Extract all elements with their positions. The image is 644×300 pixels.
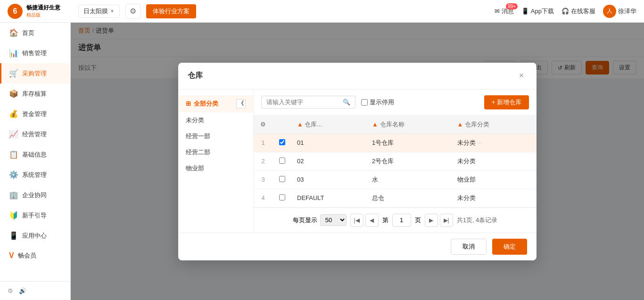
table-row[interactable]: 2 02 2号仓库 未分类 — [254, 152, 537, 170]
show-disabled-checkbox[interactable] — [361, 99, 368, 106]
warehouse-table: ⚙ ▲ 仓库... ▲ — [254, 116, 537, 208]
sidebar-item-sales[interactable]: 📊 销售管理 — [0, 43, 70, 63]
row-code: 02 — [291, 152, 366, 170]
col-name: ▲ 仓库名称 — [366, 116, 451, 134]
settings-bottom-icon[interactable]: ⚙ — [8, 287, 13, 294]
modal-close-button[interactable]: × — [516, 70, 527, 82]
store-selector[interactable]: 日太阳膜 ▼ — [78, 5, 120, 18]
cancel-button[interactable]: 取消 — [451, 239, 487, 255]
row-checkbox-cell[interactable] — [272, 133, 291, 152]
chevron-down-icon: ▼ — [110, 8, 115, 14]
col-gear: ⚙ — [254, 116, 272, 134]
row-checkbox-cell[interactable] — [272, 152, 291, 170]
header: 6 畅捷通好生意 精品版 日太阳膜 ▼ ⚙ 体验行业方案 ✉ 消息 99+ 📱 … — [0, 0, 644, 23]
sort-icon-name: ▲ — [372, 121, 378, 128]
sidebar-item-finance[interactable]: 💰 资金管理 — [0, 104, 70, 124]
sidebar-item-label: 资金管理 — [22, 110, 47, 118]
trial-button[interactable]: 体验行业方案 — [146, 4, 196, 18]
app-icon: 📱 — [521, 8, 529, 15]
online-service-button[interactable]: 🎧 在线客服 — [561, 7, 595, 16]
speaker-icon[interactable]: 🔊 — [19, 287, 26, 294]
sidebar-item-guide[interactable]: 🔰 新手引导 — [0, 205, 70, 225]
col-code: ▲ 仓库... — [291, 116, 366, 134]
row-code: 03 — [291, 170, 366, 189]
sort-icon: ▲ — [297, 121, 303, 128]
avatar: 人 — [603, 5, 616, 18]
user-profile-button[interactable]: 人 徐泽华 — [603, 5, 636, 18]
sidebar-item-label: 新手引导 — [22, 211, 47, 220]
sidebar-item-home[interactable]: 🏠 首页 — [0, 23, 70, 43]
page-number-input[interactable] — [392, 214, 411, 227]
row-code: 01 — [291, 133, 366, 152]
gear-col-icon: ⚙ — [260, 121, 266, 128]
confirm-button[interactable]: 确定 — [492, 239, 527, 255]
settings-icon[interactable]: ⚙ — [125, 4, 140, 19]
search-input[interactable] — [266, 99, 341, 106]
category-item-dept2[interactable]: 经营二部 — [178, 144, 253, 160]
prev-page-button[interactable]: ◀ — [365, 214, 379, 227]
sidebar-bottom: ⚙ 🔊 — [0, 281, 70, 300]
sidebar: 🏠 首页 📊 销售管理 🛒 采购管理 📦 库存核算 💰 资金管理 📈 经营管理 … — [0, 23, 71, 300]
sidebar-item-label: 采购管理 — [22, 69, 47, 78]
all-categories-item[interactable]: ⊞ 全部分类 《 — [178, 95, 253, 112]
member-icon: V — [9, 251, 14, 260]
table-row[interactable]: 3 03 水 物业部 — [254, 170, 537, 189]
home-icon: 🏠 — [9, 28, 18, 37]
sidebar-item-purchase[interactable]: 🛒 采购管理 — [0, 63, 70, 83]
header-middle: 日太阳膜 ▼ ⚙ 体验行业方案 — [78, 4, 495, 19]
modal-body: ⊞ 全部分类 《 未分类 经营一部 经营二部 — [178, 90, 537, 233]
sidebar-item-label: 销售管理 — [22, 49, 47, 58]
pagination: 每页显示 50 10 20 100 |◀ ◀ — [254, 208, 537, 233]
table-row[interactable]: 1 01 1号仓库 未分类 ··· — [254, 133, 537, 152]
row-category: 未分类 ··· — [452, 133, 537, 152]
sort-icon-cat: ▲ — [457, 121, 463, 128]
category-item-property[interactable]: 物业部 — [178, 160, 253, 176]
table-row[interactable]: 4 DEFAULT 总仓 未分类 — [254, 189, 537, 207]
basic-icon: 📋 — [9, 150, 18, 159]
row-checkbox-cell[interactable] — [272, 170, 291, 189]
show-disabled-checkbox-label[interactable]: 显示停用 — [361, 98, 394, 107]
sidebar-item-basic[interactable]: 📋 基础信息 — [0, 144, 70, 165]
sidebar-item-member[interactable]: V 畅会员 — [0, 246, 70, 266]
total-info: 共1页, 4条记录 — [457, 216, 498, 225]
sidebar-item-label: 首页 — [22, 29, 34, 37]
sidebar-item-operation[interactable]: 📈 经营管理 — [0, 124, 70, 144]
row-number: 3 — [254, 170, 272, 189]
logo-text: 畅捷通好生意 精品版 — [26, 4, 60, 18]
category-item-dept1[interactable]: 经营一部 — [178, 128, 253, 144]
modal-main: 🔍 显示停用 + 新增仓库 — [254, 90, 537, 233]
row-category: 未分类 — [452, 152, 537, 170]
app-download-button[interactable]: 📱 App下载 — [521, 7, 554, 16]
first-page-button[interactable]: |◀ — [350, 214, 363, 227]
sales-icon: 📊 — [9, 49, 18, 58]
messages-button[interactable]: ✉ 消息 99+ — [495, 7, 514, 16]
row-name: 1号仓库 — [366, 133, 451, 152]
sidebar-item-enterprise[interactable]: 🏢 企业协同 — [0, 185, 70, 205]
row-name: 水 — [366, 170, 451, 189]
next-page-button[interactable]: ▶ — [425, 214, 438, 227]
main-layout: 🏠 首页 📊 销售管理 🛒 采购管理 📦 库存核算 💰 资金管理 📈 经营管理 … — [0, 23, 644, 300]
row-number: 1 — [254, 133, 272, 152]
category-item-uncategorized[interactable]: 未分类 — [178, 112, 253, 128]
warehouse-modal: 仓库 × ⊞ 全部分类 《 未分类 — [178, 63, 537, 260]
per-page-selector: 每页显示 50 10 20 100 — [293, 214, 347, 226]
sidebar-item-app[interactable]: 📱 应用中心 — [0, 225, 70, 246]
sidebar-item-inventory[interactable]: 📦 库存核算 — [0, 83, 70, 104]
sidebar-item-system[interactable]: ⚙️ 系统管理 — [0, 165, 70, 185]
row-checkbox-cell[interactable] — [272, 189, 291, 207]
col-category: ▲ 仓库分类 — [452, 116, 537, 134]
system-icon: ⚙️ — [9, 170, 18, 179]
add-warehouse-button[interactable]: + 新增仓库 — [484, 95, 529, 109]
modal-overlay: 仓库 × ⊞ 全部分类 《 未分类 — [71, 23, 644, 300]
sidebar-item-label: 基础信息 — [22, 150, 47, 159]
header-right: ✉ 消息 99+ 📱 App下载 🎧 在线客服 人 徐泽华 — [495, 5, 636, 18]
last-page-button[interactable]: ▶| — [440, 214, 453, 227]
dots-menu[interactable]: ··· — [477, 139, 482, 146]
operation-icon: 📈 — [9, 130, 18, 139]
per-page-select[interactable]: 50 10 20 100 — [320, 214, 347, 226]
row-category: 物业部 — [452, 170, 537, 189]
modal-header: 仓库 × — [178, 63, 537, 90]
message-icon: ✉ — [495, 8, 500, 15]
collapse-button[interactable]: 《 — [236, 99, 246, 108]
table-header-row: ⚙ ▲ 仓库... ▲ — [254, 116, 537, 134]
